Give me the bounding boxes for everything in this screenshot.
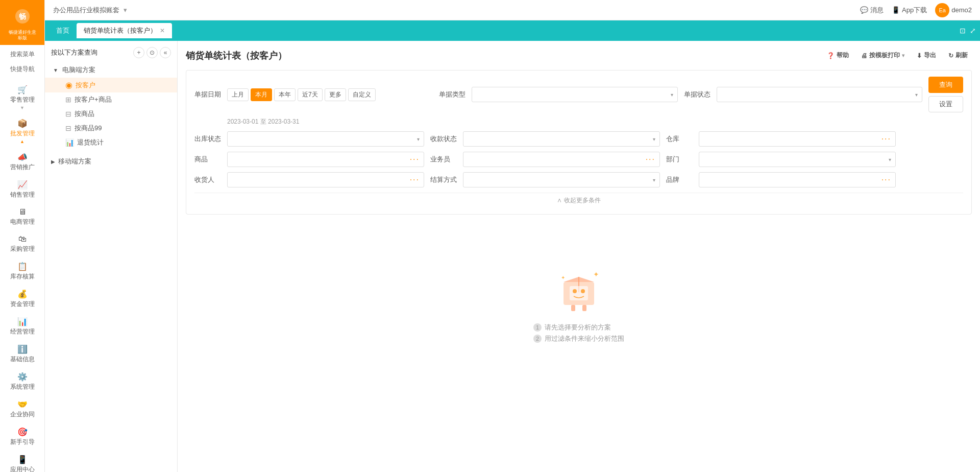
tree-item-label: 按商品99 [75,124,102,133]
return-stats-icon: 📊 [65,138,74,147]
brand-input[interactable]: ··· [699,172,896,187]
tree-section-mobile[interactable]: ▶ 移动端方案 [45,154,177,169]
tip-text-1: 请先选择要分析的方案 [545,323,611,332]
query-button[interactable]: 查询 [928,77,963,93]
order-type-label: 单据类型 [439,90,468,99]
salesperson-input[interactable]: ··· [463,152,660,167]
finance-icon: 💰 [17,289,28,299]
message-label: 消息 [870,6,884,15]
brand-label: 品牌 [666,175,695,184]
inventory-icon: 📋 [17,262,28,271]
settings-button[interactable]: 设置 [928,96,963,112]
sidebar-item-wholesale[interactable]: 📦 批发管理 ▲ [0,114,44,148]
svg-point-4 [573,289,577,293]
sidebar-item-operation[interactable]: 📊 经营管理 [0,313,44,340]
export-btn[interactable]: ⬇ 导出 [913,49,940,62]
tree-item-by-customer[interactable]: ◉ 按客户 [45,78,177,92]
brand-cell: 品牌 ··· [666,172,896,187]
date-btn-custom[interactable]: 自定义 [348,88,376,101]
sidebar-item-finance[interactable]: 💰 资金管理 [0,285,44,313]
date-btn-this-year[interactable]: 本年 [274,88,296,101]
sidebar-item-inventory[interactable]: 📋 库存核算 [0,257,44,285]
order-state-arrow: ▾ [915,92,918,98]
tree-item-customer-goods[interactable]: ⊞ 按客户+商品 [45,92,177,107]
sidebar-item-system[interactable]: ⚙️ 系统管理 [0,368,44,395]
sales-tab-label: 销货单统计表（按客户） [84,26,157,35]
tree-arrow-icon: ▼ [53,67,58,73]
template-print-btn[interactable]: 🖨 按模板打印 ▾ [857,49,909,62]
export-label: 导出 [924,51,936,60]
left-panel-title: 按以下方案查询 [51,48,97,57]
order-state-select[interactable]: ▾ [717,87,922,102]
dropdown-icon[interactable]: ▾ [124,6,127,14]
receipt-state-select[interactable]: ▾ [463,131,660,147]
date-btn-last-month[interactable]: 上月 [227,88,249,101]
receiver-input[interactable]: ··· [227,172,424,187]
tree-item-goods99[interactable]: ⊟ 按商品99 [45,121,177,135]
settlement-cell: 结算方式 ▾ [430,172,660,187]
date-btn-7days[interactable]: 近7天 [298,88,323,101]
order-state-cell: 单据状态 ▾ [684,87,922,102]
page-actions: ❓ 帮助 🖨 按模板打印 ▾ ⬇ 导出 ↻ 刷新 [823,49,972,62]
collapse-btn[interactable]: ∧ 收起更多条件 [194,193,963,208]
sidebar-item-ecommerce[interactable]: 🖥 电商管理 [0,203,44,230]
sidebar-item-marketing[interactable]: 📣 营销推广 [0,148,44,176]
warehouse-input[interactable]: ··· [699,131,896,147]
date-btn-more[interactable]: 更多 [325,88,346,101]
wholesale-icon: 📦 [17,119,28,128]
svg-rect-9 [582,305,586,311]
refresh-btn[interactable]: ↻ 刷新 [944,49,972,62]
print-icon: 🖨 [861,52,867,59]
help-btn[interactable]: ❓ 帮助 [823,49,853,62]
app-logo[interactable]: 畅 畅捷通好生意 标版 [0,0,44,45]
topbar-left: 办公用品行业模拟账套 ▾ [53,6,127,15]
settlement-label: 结算方式 [430,175,459,184]
settlement-select[interactable]: ▾ [463,172,660,187]
out-state-select[interactable]: ▾ [227,131,424,147]
out-state-arrow: ▾ [417,136,420,142]
expand-icon: ▼ [20,105,24,110]
edit-plan-btn[interactable]: ⊙ [146,47,158,58]
sidebar-item-collab[interactable]: 🤝 企业协同 [0,395,44,423]
tree-section-desktop[interactable]: ▼ 电脑端方案 [45,62,177,78]
user-name: demo2 [951,6,972,14]
tab-sales-stats[interactable]: 销货单统计表（按客户） ✕ [77,23,172,38]
expand-icon[interactable]: ⤢ [970,27,976,35]
sidebar-item-retail[interactable]: 🛒 零售管理 ▼ [0,81,44,114]
tree-item-label: 按客户+商品 [75,95,112,104]
tree-item-by-goods[interactable]: ⊟ 按商品 [45,107,177,121]
receiver-label: 收货人 [194,175,223,184]
quick-nav[interactable]: 快捷导航 [10,62,35,77]
tree-item-return-stats[interactable]: 📊 退货统计 [45,135,177,150]
warehouse-cell: 仓库 ··· [666,131,896,147]
tree-section-label: 电脑端方案 [62,65,95,75]
restore-icon[interactable]: ⊡ [960,27,966,35]
add-plan-btn[interactable]: + [133,47,144,58]
message-btn[interactable]: 💬 消息 [860,6,884,15]
sidebar-item-sales[interactable]: 📈 销售管理 [0,176,44,203]
sidebar-item-label: 经营管理 [10,327,35,336]
receipt-state-arrow: ▾ [653,136,655,142]
print-arrow-icon: ▾ [902,53,904,58]
sidebar-item-guide[interactable]: 🎯 新手引导 [0,423,44,451]
goods-input[interactable]: ··· [227,152,424,167]
system-icon: ⚙️ [17,372,28,382]
order-state-label: 单据状态 [684,90,713,99]
department-arrow: ▾ [889,157,891,162]
order-type-select[interactable]: ▾ [472,87,677,102]
date-btn-this-month[interactable]: 本月 [251,88,272,101]
tab-home[interactable]: 首页 [49,23,77,38]
date-filter-label: 单据日期 [194,90,223,99]
app-download-btn[interactable]: 📱 App下载 [892,6,927,15]
sidebar-item-purchase[interactable]: 🛍 采购管理 [0,230,44,257]
user-menu[interactable]: Ea demo2 [935,3,972,17]
department-select[interactable]: ▾ [699,152,896,167]
sidebar-item-basic[interactable]: ℹ️ 基础信息 [0,340,44,368]
tab-expand-area: ⊡ ⤢ [960,27,976,35]
left-panel-actions: + ⊙ « [133,47,171,58]
sidebar-item-appstore[interactable]: 📱 应用中心 [0,451,44,472]
svg-text:✦: ✦ [561,275,565,280]
tab-close-icon[interactable]: ✕ [160,27,165,34]
collapse-panel-btn[interactable]: « [160,47,171,58]
search-menu[interactable]: 搜索菜单 [10,45,35,62]
